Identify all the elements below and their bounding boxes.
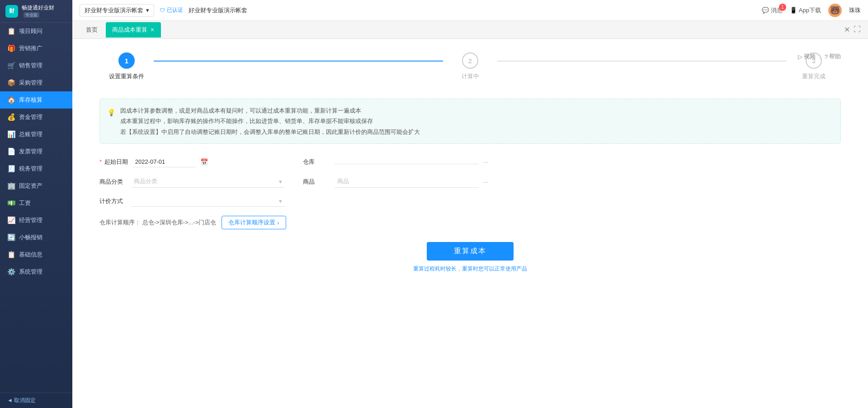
main-area: 好业财专业版演示帐套 ▾ 🛡 已认证 好业财专业版演示帐套 💬 消息 1 📱 A… [72, 0, 868, 408]
step-2-label: 计算中 [462, 72, 479, 81]
chevron-down-icon: ▾ [146, 7, 149, 14]
chevron-down-icon: ▾ [279, 178, 282, 185]
question-icon: ? [825, 53, 828, 60]
product-row: 商品 商品 ··· [303, 176, 488, 188]
tab-close-window-icon[interactable]: ✕ [844, 25, 850, 34]
sidebar-item-expense[interactable]: 🔄小畅报销 [0, 229, 72, 246]
warehouse-more-icon[interactable]: ··· [483, 158, 488, 166]
tab-controls: ✕ ⛶ [844, 25, 861, 34]
phone-icon: 📱 [790, 7, 797, 14]
step-1: 1 设置重算条件 [99, 52, 154, 81]
start-date-label: * 起始日期 [99, 158, 128, 166]
message-icon: 💬 [762, 7, 769, 14]
sidebar-item-payroll[interactable]: 💵工资 [0, 195, 72, 212]
account-select[interactable]: 好业财专业版演示帐套 ▾ [80, 4, 154, 17]
tabbar: 首页 商品成本重算 ✕ ✕ ⛶ [72, 21, 868, 39]
message-button[interactable]: 💬 消息 1 [762, 6, 783, 14]
form-grid: * 起始日期 📅 仓库 ··· 商品分类 商品分类 ▾ [99, 157, 488, 207]
sidebar-item-dashboard[interactable]: 📋项目顾问 [0, 23, 72, 40]
step-1-label: 设置重算条件 [109, 72, 144, 81]
pricing-row: 计价方式 ▾ [99, 196, 285, 207]
sidebar-item-assets[interactable]: 🏢固定资产 [0, 177, 72, 195]
sidebar-unpin[interactable]: ◄ 取消固定 [0, 393, 72, 408]
warehouse-order-row: 仓库计算顺序： 总仓->深圳仓库->...->门店仓 仓库计算顺序设置 › [99, 216, 488, 229]
product-more-icon[interactable]: ··· [483, 178, 488, 185]
pricing-select[interactable]: ▾ [131, 196, 285, 207]
tab-recalc[interactable]: 商品成本重算 ✕ [106, 22, 161, 38]
topbar-right: 💬 消息 1 📱 App下载 🐻 珠珠 [762, 4, 861, 17]
sidebar-nav: 📋项目顾问🎁营销推广🛒销售管理📦采购管理🏠库存核算💰资金管理📊总账管理📄发票管理… [0, 23, 72, 393]
warehouse-order-label: 仓库计算顺序： 总仓->深圳仓库->...->门店仓 [99, 218, 216, 227]
user-avatar[interactable]: 🐻 [828, 4, 842, 17]
sidebar-item-invoice[interactable]: 📄发票管理 [0, 143, 72, 160]
content-area: 1 设置重算条件 2 计算中 3 重算完成 [72, 39, 868, 408]
username-display[interactable]: 珠珠 [849, 6, 861, 14]
app-download-button[interactable]: 📱 App下载 [790, 6, 821, 14]
sidebar-item-marketing[interactable]: 🎁营销推广 [0, 40, 72, 57]
sidebar-item-sales[interactable]: 🛒销售管理 [0, 57, 72, 74]
start-date-row: * 起始日期 📅 [99, 157, 285, 167]
sidebar-item-tax[interactable]: 🧾税务管理 [0, 160, 72, 177]
steps-container: 1 设置重算条件 2 计算中 3 重算完成 [99, 52, 841, 81]
step-line-2 [497, 61, 787, 62]
sidebar: 财 畅捷通好业财 专业版 📋项目顾问🎁营销推广🛒销售管理📦采购管理🏠库存核算💰资… [0, 0, 72, 408]
topbar: 好业财专业版演示帐套 ▾ 🛡 已认证 好业财专业版演示帐套 💬 消息 1 📱 A… [72, 0, 868, 21]
tab-expand-icon[interactable]: ⛶ [854, 25, 861, 34]
category-label: 商品分类 [99, 178, 127, 186]
warehouse-select[interactable] [335, 160, 478, 164]
verified-badge: 🛡 已认证 [160, 6, 183, 14]
warehouse-setting-button[interactable]: 仓库计算顺序设置 › [222, 216, 286, 229]
tab-home[interactable]: 首页 [80, 22, 104, 38]
product-select[interactable]: 商品 [335, 176, 478, 188]
play-icon: ▷ [798, 53, 802, 60]
recalc-section: 重算成本 重算过程耗时较长，重算时您可以正常使用产品 [99, 242, 841, 273]
product-label: 商品 [303, 178, 330, 186]
recalc-note: 重算过程耗时较长，重算时您可以正常使用产品 [413, 265, 527, 273]
video-link[interactable]: ▷ 视频 [798, 52, 816, 61]
help-link[interactable]: ? 帮助 [825, 52, 841, 61]
start-date-input[interactable] [132, 157, 196, 167]
info-box: 💡 因成本计算参数调整，或是对商品成本有疑问时，可以通过成本重算功能，重新计算一… [99, 99, 841, 144]
sidebar-item-finance[interactable]: 💰资金管理 [0, 109, 72, 126]
info-text: 因成本计算参数调整，或是对商品成本有疑问时，可以通过成本重算功能，重新计算一遍成… [120, 105, 420, 137]
recalc-button[interactable]: 重算成本 [427, 242, 514, 261]
warehouse-row: 仓库 ··· [303, 157, 488, 167]
category-select[interactable]: 商品分类 ▾ [131, 176, 285, 188]
sidebar-item-system[interactable]: ⚙️系统管理 [0, 263, 72, 280]
app-logo-text: 畅捷通好业财 专业版 [22, 5, 54, 18]
step-1-circle: 1 [118, 52, 135, 69]
category-row: 商品分类 商品分类 ▾ [99, 176, 285, 188]
step-3-label: 重算完成 [802, 72, 826, 81]
account-name-display: 好业财专业版演示帐套 [189, 6, 247, 14]
sidebar-item-inventory[interactable]: 🏠库存核算 [0, 91, 72, 109]
sidebar-item-accounting[interactable]: 📊总账管理 [0, 126, 72, 143]
app-logo-icon: 财 [5, 5, 18, 18]
step-line-1 [154, 61, 443, 62]
step-2: 2 计算中 [443, 52, 497, 81]
step-2-circle: 2 [462, 52, 478, 69]
sidebar-item-operation[interactable]: 📈经营管理 [0, 212, 72, 229]
chevron-down-icon: ▾ [279, 198, 282, 204]
sidebar-logo: 财 畅捷通好业财 专业版 [0, 0, 72, 23]
pricing-label: 计价方式 [99, 197, 127, 205]
sidebar-item-purchase[interactable]: 📦采购管理 [0, 74, 72, 91]
message-badge: 1 [779, 4, 786, 11]
bulb-icon: 💡 [107, 106, 116, 119]
sidebar-item-basic[interactable]: 📋基础信息 [0, 246, 72, 263]
warehouse-label: 仓库 [303, 158, 330, 166]
arrow-right-icon: › [277, 219, 279, 226]
calendar-icon[interactable]: 📅 [200, 158, 208, 166]
shield-icon: 🛡 [160, 7, 165, 14]
help-links: ▷ 视频 | ? 帮助 [798, 52, 841, 61]
tab-close-icon[interactable]: ✕ [150, 27, 155, 33]
